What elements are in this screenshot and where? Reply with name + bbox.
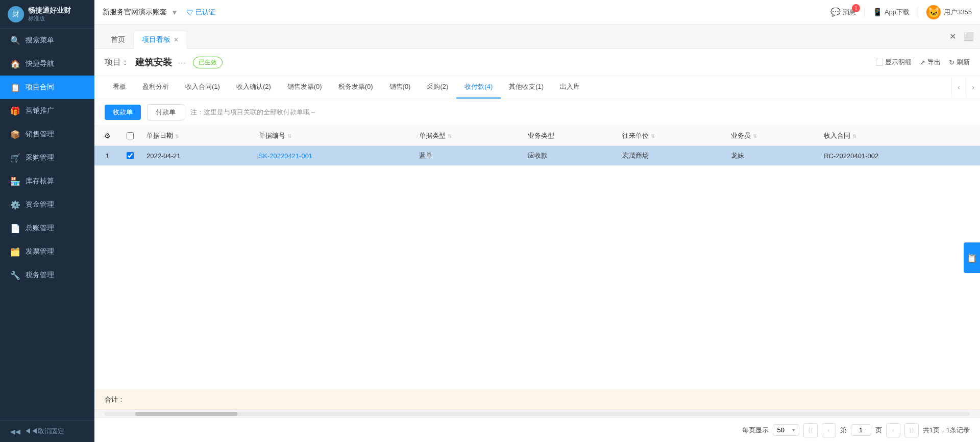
sidebar-label-nav: 快捷导航 (26, 59, 54, 68)
th-contract-label: 收入合同 (824, 131, 850, 140)
scroll-track[interactable] (105, 412, 970, 416)
project-title: 项目： 建筑安装 (105, 56, 172, 68)
sub-tabs-prev-button[interactable]: ‹ (951, 77, 966, 97)
message-badge: 1 (852, 4, 860, 12)
cell-type: 蓝单 (413, 146, 522, 166)
th-contract[interactable]: 收入合同 ⇅ (818, 126, 980, 146)
message-button[interactable]: 💬 消息 1 (830, 7, 856, 17)
sidebar-item-project[interactable]: 📋 项目合同 (0, 76, 94, 99)
receipt-button[interactable]: 收款单 (105, 105, 141, 120)
sidebar-item-search[interactable]: 🔍 搜索菜单 (0, 29, 94, 52)
tab-project-board[interactable]: 项目看板 ✕ (133, 31, 187, 49)
th-settings[interactable]: ⚙ (94, 126, 120, 146)
avatar: 🐱 (926, 5, 941, 19)
prev-page-button[interactable]: ‹ (822, 423, 836, 437)
total-label: 合计： (105, 395, 125, 404)
per-page-select[interactable]: 50 100 200 (773, 424, 799, 436)
cancel-fixed-button[interactable]: ◀◀ ◀◀取消固定 (0, 420, 94, 442)
sidebar-item-ledger[interactable]: 📄 总账管理 (0, 216, 94, 240)
home-icon: 🏠 (10, 59, 20, 69)
show-detail-checkbox-box[interactable] (876, 59, 883, 66)
export-button[interactable]: ↗ 导出 (920, 58, 941, 67)
cell-num: 1 (94, 146, 120, 166)
cell-biz-type: 应收款 (522, 146, 616, 166)
th-partner[interactable]: 往来单位 ⇅ (616, 126, 725, 146)
th-type-label: 单据类型 (419, 131, 446, 140)
tab-home[interactable]: 首页 (103, 31, 133, 48)
project-more-icon[interactable]: ··· (178, 59, 187, 66)
project-dropdown-icon[interactable]: ▼ (171, 8, 178, 16)
th-date[interactable]: 单据日期 ⇅ (140, 126, 253, 146)
per-page-select-wrap: 50 100 200 (773, 424, 799, 436)
data-table: ⚙ 单据日期 ⇅ (94, 126, 980, 166)
sub-tab-purchase[interactable]: 采购(2) (419, 76, 456, 99)
sidebar-label-tax: 税务管理 (26, 271, 54, 280)
cell-code: SK-20220421-001 (253, 146, 413, 166)
sidebar-item-finance[interactable]: ⚙️ 资金管理 (0, 193, 94, 216)
phone-icon: 📱 (873, 8, 883, 17)
cell-salesman: 龙妹 (725, 146, 818, 166)
sub-tab-income-contract[interactable]: 收入合同(1) (177, 76, 228, 99)
project-header-actions: 显示明细 ↗ 导出 ↻ 刷新 (876, 58, 970, 67)
refresh-button[interactable]: ↻ 刷新 (949, 58, 970, 67)
window-close-button[interactable]: ✕ (945, 30, 960, 44)
app-download-button[interactable]: 📱 App下载 (873, 8, 910, 17)
sub-tab-kanban[interactable]: 看板 (105, 76, 134, 99)
sub-tab-sales[interactable]: 销售(0) (381, 76, 419, 99)
sub-tab-sales-invoice[interactable]: 销售发票(0) (279, 76, 330, 99)
show-detail-label: 显示明细 (885, 58, 912, 67)
purchase-icon: 🛒 (10, 153, 20, 163)
sidebar-label-search: 搜索菜单 (26, 36, 54, 45)
sidebar-item-tax[interactable]: 🔧 税务管理 (0, 263, 94, 287)
sub-tab-payment[interactable]: 收付款(4) (456, 76, 501, 99)
sidebar-item-marketing[interactable]: 🎁 营销推广 (0, 99, 94, 122)
next-page-button[interactable]: › (886, 423, 900, 437)
th-code-label: 单据编号 (259, 131, 285, 140)
sidebar-item-purchase[interactable]: 🛒 采购管理 (0, 146, 94, 169)
table-row[interactable]: 1 2022-04-21 SK-20220421-001 蓝单 (94, 146, 980, 166)
project-status-badge: 已生效 (193, 57, 223, 68)
inventory-icon: 🏪 (10, 176, 20, 186)
th-type[interactable]: 单据类型 ⇅ (413, 126, 522, 146)
sub-tab-warehouse[interactable]: 出入库 (552, 76, 588, 99)
float-action-button[interactable]: 📋 (964, 242, 980, 273)
sub-tab-profit[interactable]: 盈利分析 (134, 76, 177, 99)
project-header: 项目： 建筑安装 ··· 已生效 显示明细 ↗ 导出 ↻ 刷新 (94, 49, 980, 76)
window-maximize-button[interactable]: ⬜ (962, 30, 976, 44)
last-page-button[interactable]: ⟩⟩ (904, 423, 919, 437)
data-table-container[interactable]: ⚙ 单据日期 ⇅ (94, 126, 980, 389)
sub-tab-income-confirm[interactable]: 收入确认(2) (228, 76, 279, 99)
certified-icon: 🛡 (186, 8, 193, 16)
scroll-thumb[interactable] (135, 412, 237, 416)
sidebar-item-nav[interactable]: 🏠 快捷导航 (0, 52, 94, 76)
user-menu[interactable]: 🐱 用户3355 (926, 5, 972, 19)
th-code[interactable]: 单据编号 ⇅ (253, 126, 413, 146)
sub-tab-tax-invoice[interactable]: 税务发票(0) (330, 76, 381, 99)
show-detail-checkbox[interactable]: 显示明细 (876, 58, 912, 67)
select-all-checkbox[interactable] (127, 132, 134, 139)
code-link[interactable]: SK-20220421-001 (259, 152, 313, 160)
tab-close-icon[interactable]: ✕ (174, 36, 179, 43)
app-download-label: App下载 (885, 8, 910, 17)
refresh-label: 刷新 (957, 58, 970, 67)
sub-tab-other[interactable]: 其他收支(1) (501, 76, 552, 99)
first-page-button[interactable]: ⟨⟨ (803, 423, 818, 437)
payment-button[interactable]: 付款单 (147, 104, 184, 120)
app-logo-icon: 财 (8, 6, 24, 22)
page-input[interactable] (851, 424, 871, 436)
th-date-label: 单据日期 (146, 131, 173, 140)
sub-tabs-next-button[interactable]: › (966, 77, 980, 97)
project-selector[interactable]: 新服务官网演示账套 (103, 8, 167, 17)
sidebar-item-sales[interactable]: 📦 销售管理 (0, 122, 94, 146)
tab-project-board-label: 项目看板 (142, 35, 170, 44)
cell-contract: RC-20220401-002 (818, 146, 980, 166)
th-partner-label: 往来单位 (622, 131, 649, 140)
settings-icon[interactable]: ⚙ (104, 132, 111, 140)
row-checkbox[interactable] (127, 152, 134, 159)
sidebar-item-invoice[interactable]: 🗂️ 发票管理 (0, 240, 94, 263)
project-icon: 📋 (10, 82, 20, 92)
th-salesman[interactable]: 业务员 ⇅ (725, 126, 818, 146)
horizontal-scrollbar[interactable] (94, 409, 980, 418)
sidebar-item-inventory[interactable]: 🏪 库存核算 (0, 169, 94, 193)
sidebar-label-finance: 资金管理 (26, 200, 54, 209)
